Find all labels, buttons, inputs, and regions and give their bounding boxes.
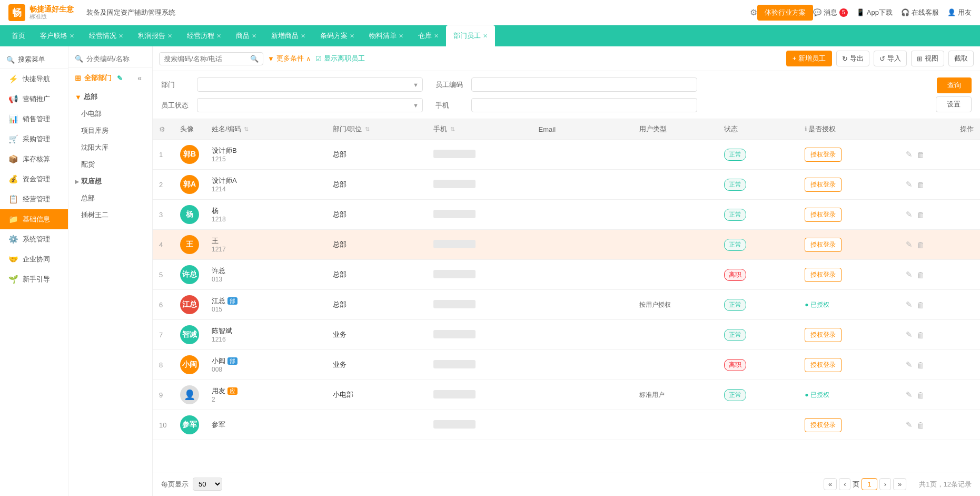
phone-filter-input[interactable] xyxy=(471,98,697,112)
sidebar-item-inventory[interactable]: 📦 库存核算 xyxy=(0,149,68,169)
close-operation-icon[interactable]: ✕ xyxy=(118,33,123,40)
sidebar-item-basic[interactable]: 📁 基础信息 xyxy=(0,209,68,229)
dept-tree-header[interactable]: ⊞ 全部部门 ✎ « xyxy=(68,67,152,89)
tab-profit[interactable]: 利润报告✕ xyxy=(131,25,180,46)
dept-item-chashuwang[interactable]: 插树王二 xyxy=(68,207,152,223)
close-customer-icon[interactable]: ✕ xyxy=(70,33,74,40)
close-warehouse-icon[interactable]: ✕ xyxy=(434,33,439,40)
category-search-input[interactable] xyxy=(86,55,153,63)
tab-operation[interactable]: 经营情况✕ xyxy=(82,25,131,46)
sidebar-item-system[interactable]: ⚙️ 系统管理 xyxy=(0,229,68,249)
row-auth[interactable]: 授权登录 xyxy=(798,200,899,230)
sidebar-item-finance[interactable]: 💰 资金管理 xyxy=(0,169,68,189)
edit-icon[interactable]: ✎ xyxy=(906,420,913,430)
edit-icon[interactable]: ✎ xyxy=(906,360,913,369)
sidebar-search[interactable]: 🔍 搜索菜单 xyxy=(0,51,68,69)
close-goods-icon[interactable]: ✕ xyxy=(252,33,256,40)
tab-goods[interactable]: 商品✕ xyxy=(229,25,264,46)
delete-icon[interactable]: 🗑 xyxy=(917,391,925,400)
query-button[interactable]: 查询 xyxy=(937,77,972,93)
edit-icon[interactable]: ✎ xyxy=(906,240,913,249)
dept-item-peihuo[interactable]: 配货 xyxy=(68,156,152,173)
empcode-filter-input[interactable] xyxy=(471,77,697,92)
delete-icon[interactable]: 🗑 xyxy=(917,150,925,159)
close-employees-icon[interactable]: ✕ xyxy=(483,33,488,40)
search-submit-icon[interactable]: 🔍 xyxy=(250,55,259,63)
view-button[interactable]: ⊞ 视图 xyxy=(911,51,944,66)
first-page-button[interactable]: « xyxy=(824,478,837,490)
edit-icon[interactable]: ✎ xyxy=(906,150,913,159)
phone-sort-icon[interactable]: ⇅ xyxy=(450,126,455,132)
row-auth[interactable]: 授权登录 xyxy=(798,140,899,170)
message-button[interactable]: 💬 消息 5 xyxy=(813,8,848,17)
dept-select[interactable] xyxy=(197,77,423,92)
row-auth[interactable]: 授权登录 xyxy=(798,260,899,290)
auth-login-button[interactable]: 授权登录 xyxy=(805,418,842,432)
prev-page-button[interactable]: ‹ xyxy=(839,478,850,490)
search-input[interactable] xyxy=(164,55,248,63)
dept-item-xiaodiandept[interactable]: 小电部 xyxy=(68,105,152,122)
delete-icon[interactable]: 🗑 xyxy=(917,240,925,249)
delete-icon[interactable]: 🗑 xyxy=(917,330,925,339)
edit-icon[interactable]: ✎ xyxy=(906,330,913,339)
add-employee-button[interactable]: + 新增员工 xyxy=(786,51,832,66)
delete-icon[interactable]: 🗑 xyxy=(917,361,925,369)
close-bom-icon[interactable]: ✕ xyxy=(399,33,403,40)
auth-login-button[interactable]: 授权登录 xyxy=(805,148,842,162)
tab-customer[interactable]: 客户联络✕ xyxy=(33,25,82,46)
online-service-button[interactable]: 🎧 在线客服 xyxy=(901,8,939,17)
dept-group-shuangmiao[interactable]: ▶ 双庙想 xyxy=(68,173,152,190)
more-button[interactable]: 截取 xyxy=(948,51,974,66)
dept-group-zongbu[interactable]: ▼ 总部 xyxy=(68,89,152,105)
auth-login-button[interactable]: 授权登录 xyxy=(805,208,842,222)
close-barcode-icon[interactable]: ✕ xyxy=(350,33,354,40)
tab-history[interactable]: 经营历程✕ xyxy=(180,25,229,46)
auth-login-button[interactable]: 授权登录 xyxy=(805,268,842,282)
tab-home[interactable]: 首页 xyxy=(4,25,33,46)
delete-icon[interactable]: 🗑 xyxy=(917,421,925,430)
delete-icon[interactable]: 🗑 xyxy=(917,180,925,189)
auth-login-button[interactable]: 授权登录 xyxy=(805,178,842,192)
more-filter-button[interactable]: ▼ 更多条件 ∧ xyxy=(268,54,311,63)
dept-sort-icon[interactable]: ⇅ xyxy=(365,126,370,132)
auth-login-button[interactable]: 授权登录 xyxy=(805,238,842,252)
tab-barcode[interactable]: 条码方案✕ xyxy=(313,25,362,46)
gear-icon[interactable]: ⚙ xyxy=(750,7,757,17)
row-auth[interactable]: 授权登录 xyxy=(798,230,899,260)
dept-edit-icon[interactable]: ✎ xyxy=(117,74,123,82)
col-phone-header[interactable]: 手机 ⇅ xyxy=(427,119,532,140)
close-history-icon[interactable]: ✕ xyxy=(216,33,221,40)
edit-icon[interactable]: ✎ xyxy=(906,390,913,400)
edit-icon[interactable]: ✎ xyxy=(906,300,913,309)
app-download-button[interactable]: 📱 App下载 xyxy=(856,8,893,17)
per-page-select[interactable]: 50 100 200 xyxy=(193,478,222,491)
show-resigned-toggle[interactable]: ☑ 显示离职员工 xyxy=(315,54,365,63)
search-box[interactable]: 🔍 xyxy=(159,52,263,65)
sidebar-item-guide[interactable]: 🌱 新手引导 xyxy=(0,269,68,289)
col-settings[interactable]: ⚙ xyxy=(153,119,174,140)
dept-item-zongbu2[interactable]: 总部 xyxy=(68,190,152,207)
tab-employees[interactable]: 部门员工✕ xyxy=(446,25,495,46)
set-button[interactable]: 设置 xyxy=(936,96,972,112)
delete-icon[interactable]: 🗑 xyxy=(917,210,925,219)
edit-icon[interactable]: ✎ xyxy=(906,180,913,189)
dept-item-shenyang[interactable]: 沈阳大库 xyxy=(68,139,152,156)
delete-icon[interactable]: 🗑 xyxy=(917,270,925,279)
tab-warehouse[interactable]: 仓库✕ xyxy=(411,25,446,46)
close-add-goods-icon[interactable]: ✕ xyxy=(301,33,305,40)
import-button[interactable]: ↺ 导入 xyxy=(874,51,907,66)
sidebar-item-collab[interactable]: 🤝 企业协同 xyxy=(0,249,68,269)
row-auth[interactable]: 授权登录 xyxy=(798,410,899,440)
last-page-button[interactable]: » xyxy=(893,478,906,490)
tab-add-goods[interactable]: 新增商品✕ xyxy=(264,25,313,46)
experience-button[interactable]: 体验行业方案 xyxy=(757,5,813,21)
sidebar-item-quicknav[interactable]: ⚡ 快捷导航 xyxy=(0,69,68,89)
col-name-header[interactable]: 姓名/编码 ⇅ xyxy=(205,119,326,140)
close-profit-icon[interactable]: ✕ xyxy=(167,33,172,40)
row-auth[interactable]: 授权登录 xyxy=(798,350,899,380)
edit-icon[interactable]: ✎ xyxy=(906,270,913,279)
col-dept-header[interactable]: 部门/职位 ⇅ xyxy=(326,119,428,140)
delete-icon[interactable]: 🗑 xyxy=(917,300,925,309)
name-sort-icon[interactable]: ⇅ xyxy=(244,126,249,132)
sidebar-item-purchase[interactable]: 🛒 采购管理 xyxy=(0,129,68,149)
